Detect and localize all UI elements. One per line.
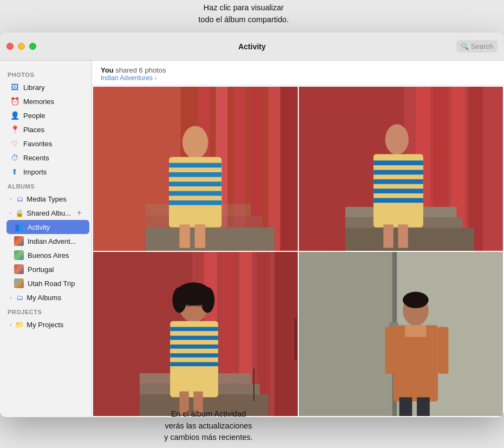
sidebar-item-recents-label: Recents bbox=[23, 154, 49, 162]
shared-albums-icon: 🔒 bbox=[15, 208, 24, 218]
sidebar-item-places-label: Places bbox=[23, 126, 44, 134]
add-shared-album-button[interactable]: + bbox=[77, 208, 82, 218]
svg-rect-10 bbox=[146, 228, 274, 251]
sidebar-group-media-types[interactable]: › 🗂 Media Types bbox=[2, 192, 89, 206]
activity-header: You shared 6 photos Indian Adventures › bbox=[92, 61, 504, 86]
albums-section-label: Albums bbox=[0, 179, 91, 192]
activity-icon: 👥 bbox=[14, 222, 24, 232]
sidebar-item-recents[interactable]: ⏱ Recents bbox=[2, 151, 89, 165]
sidebar-item-activity[interactable]: 👥 Activity bbox=[6, 220, 89, 234]
sidebar-item-buenos-aires[interactable]: Buenos Aires bbox=[6, 248, 89, 262]
imports-icon: ⬆ bbox=[10, 167, 19, 177]
photo-svg-1 bbox=[93, 87, 298, 251]
svg-rect-31 bbox=[373, 160, 423, 165]
photo-cell-4[interactable] bbox=[299, 252, 503, 416]
utah-road-trip-thumb bbox=[14, 278, 24, 288]
media-types-label: Media Types bbox=[27, 195, 82, 203]
memories-icon: ⏰ bbox=[10, 96, 19, 106]
search-box[interactable]: 🔍 Search bbox=[456, 40, 498, 53]
svg-rect-54 bbox=[170, 321, 218, 398]
my-projects-label: My Projects bbox=[27, 321, 82, 329]
photo-cell-3[interactable] bbox=[93, 252, 298, 416]
sidebar-item-imports-label: Imports bbox=[23, 168, 47, 176]
svg-rect-28 bbox=[345, 228, 474, 251]
sidebar-item-buenos-aires-label: Buenos Aires bbox=[28, 251, 69, 259]
sidebar-item-portugal-label: Portugal bbox=[28, 265, 54, 274]
annotation-top: Haz clic para visualizar todo el álbum c… bbox=[168, 2, 319, 26]
svg-rect-16 bbox=[169, 191, 221, 196]
media-types-chevron: › bbox=[10, 196, 11, 202]
album-name: Indian Adventures bbox=[101, 74, 153, 82]
sidebar-item-utah-road-trip[interactable]: Utah Road Trip bbox=[6, 276, 89, 290]
svg-rect-17 bbox=[169, 200, 221, 205]
maximize-button[interactable] bbox=[29, 43, 36, 50]
shared-albums-sub-items: 👥 Activity Indian Advent... Buenos Aires… bbox=[0, 220, 91, 290]
sidebar-group-my-albums[interactable]: › 🗂 My Albums bbox=[2, 290, 89, 304]
svg-rect-47 bbox=[140, 394, 269, 416]
shared-info: You shared 6 photos bbox=[101, 66, 495, 74]
svg-rect-36 bbox=[383, 224, 393, 248]
traffic-lights bbox=[6, 43, 36, 50]
svg-point-69 bbox=[402, 292, 428, 308]
sidebar-item-memories[interactable]: ⏰ Memories bbox=[2, 94, 89, 108]
projects-section-label: Projects bbox=[0, 304, 91, 317]
svg-rect-56 bbox=[170, 336, 218, 340]
scroll-handle[interactable] bbox=[294, 317, 297, 361]
portugal-thumb bbox=[14, 264, 24, 274]
svg-rect-19 bbox=[195, 224, 205, 248]
svg-point-50 bbox=[173, 287, 187, 313]
photo-svg-4 bbox=[299, 252, 503, 416]
title-bar: Activity 🔍 Search bbox=[0, 33, 504, 61]
sidebar-item-places[interactable]: 📍 Places bbox=[2, 122, 89, 137]
svg-rect-14 bbox=[169, 172, 221, 177]
places-icon: 📍 bbox=[10, 125, 19, 134]
sidebar-item-library-label: Library bbox=[23, 83, 45, 92]
media-types-icon: 🗂 bbox=[15, 194, 24, 204]
album-link[interactable]: Indian Adventures › bbox=[101, 74, 495, 82]
main-content: Photos 🖼 Library ⏰ Memories 👤 People 📍 P… bbox=[0, 61, 504, 417]
shared-text: shared 6 photos bbox=[115, 66, 166, 74]
sidebar-item-utah-road-trip-label: Utah Road Trip bbox=[28, 280, 75, 288]
sidebar-item-favorites[interactable]: ♡ Favorites bbox=[2, 137, 89, 151]
svg-rect-18 bbox=[180, 224, 190, 248]
my-projects-chevron: › bbox=[10, 322, 11, 328]
svg-rect-34 bbox=[373, 189, 423, 193]
sidebar-item-indian-adventures[interactable]: Indian Advent... bbox=[6, 234, 89, 248]
shared-albums-chevron: › bbox=[8, 212, 14, 213]
sidebar-item-people[interactable]: 👤 People bbox=[2, 108, 89, 122]
sidebar-item-portugal[interactable]: Portugal bbox=[6, 262, 89, 276]
minimize-button[interactable] bbox=[18, 43, 25, 50]
photo-svg-2 bbox=[299, 87, 503, 251]
sidebar-item-favorites-label: Favorites bbox=[23, 140, 52, 148]
close-button[interactable] bbox=[6, 43, 14, 50]
search-placeholder: Search bbox=[471, 42, 493, 50]
svg-rect-61 bbox=[194, 392, 203, 415]
my-albums-chevron: › bbox=[10, 295, 11, 301]
people-icon: 👤 bbox=[10, 111, 19, 120]
my-projects-icon: 📁 bbox=[15, 320, 24, 329]
album-link-arrow: › bbox=[154, 75, 156, 81]
window-title: Activity bbox=[238, 42, 266, 51]
svg-rect-33 bbox=[373, 179, 423, 184]
svg-rect-15 bbox=[169, 181, 221, 186]
sidebar-item-imports[interactable]: ⬆ Imports bbox=[2, 165, 89, 179]
sidebar-group-my-projects[interactable]: › 📁 My Projects bbox=[2, 317, 89, 332]
svg-rect-32 bbox=[373, 170, 423, 175]
svg-rect-37 bbox=[398, 224, 408, 248]
photos-section-label: Photos bbox=[0, 67, 91, 80]
sidebar-group-shared-albums[interactable]: › 🔒 Shared Albu... + bbox=[2, 206, 89, 220]
photo-cell-1[interactable] bbox=[93, 87, 298, 251]
app-window: Activity 🔍 Search Photos 🖼 Library ⏰ Mem… bbox=[0, 33, 504, 417]
favorites-icon: ♡ bbox=[10, 139, 19, 148]
sidebar-item-memories-label: Memories bbox=[23, 98, 54, 106]
svg-point-51 bbox=[200, 287, 214, 313]
shared-albums-label: Shared Albu... bbox=[27, 209, 74, 217]
content-area: You shared 6 photos Indian Adventures › bbox=[92, 61, 504, 417]
my-albums-label: My Albums bbox=[27, 294, 82, 302]
sidebar-item-people-label: People bbox=[23, 112, 45, 120]
photo-cell-2[interactable] bbox=[299, 87, 503, 251]
outer-wrapper: Haz clic para visualizar todo el álbum c… bbox=[0, 0, 504, 448]
sidebar-item-library[interactable]: 🖼 Library bbox=[2, 80, 89, 94]
sidebar-item-activity-label: Activity bbox=[28, 223, 50, 231]
svg-rect-35 bbox=[373, 198, 423, 203]
